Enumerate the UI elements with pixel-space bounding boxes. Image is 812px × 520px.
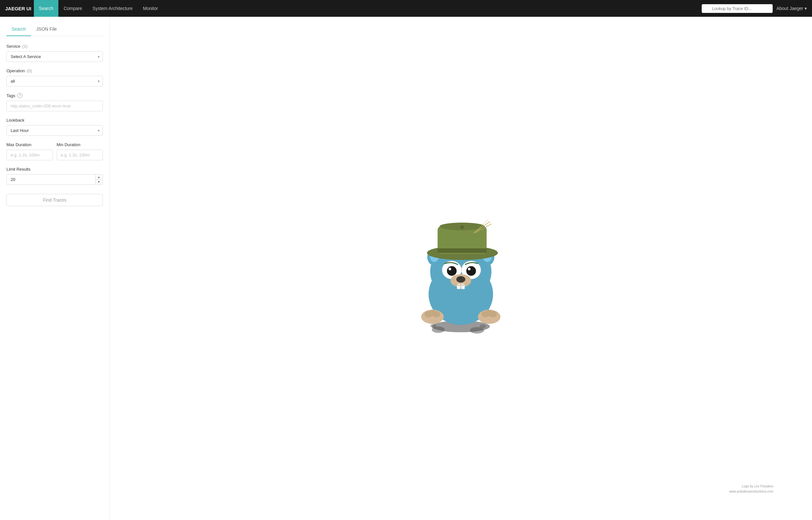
lookback-select[interactable]: Last Hour bbox=[6, 125, 103, 136]
nav-monitor[interactable]: Monitor bbox=[138, 0, 163, 17]
min-duration-input[interactable] bbox=[57, 150, 103, 160]
left-panel: Search JSON File Service (1) Select A Se… bbox=[0, 17, 110, 520]
svg-rect-38 bbox=[461, 284, 465, 289]
limit-decrement-button[interactable]: ▼ bbox=[96, 180, 102, 184]
trace-lookup-wrapper bbox=[702, 4, 773, 13]
limit-increment-button[interactable]: ▲ bbox=[96, 175, 102, 180]
svg-point-36 bbox=[459, 278, 461, 280]
logo-credit: Logo by Lev Polyakov www.polyakovproduct… bbox=[729, 484, 773, 494]
tab-search[interactable]: Search bbox=[6, 23, 31, 36]
tabs: Search JSON File bbox=[6, 23, 103, 36]
find-traces-button[interactable]: Find Traces bbox=[6, 194, 103, 206]
trace-lookup-input[interactable] bbox=[702, 4, 773, 13]
tags-label: Tags ? bbox=[6, 93, 103, 98]
service-select-wrapper: Select A Service ▾ bbox=[6, 51, 103, 62]
nav-items: Search Compare System Architecture Monit… bbox=[34, 0, 702, 17]
limit-input[interactable] bbox=[6, 174, 103, 185]
lookback-select-wrapper: Last Hour ▾ bbox=[6, 125, 103, 136]
operation-label: Operation (0) bbox=[6, 69, 103, 73]
svg-point-24 bbox=[460, 225, 464, 229]
max-duration-input[interactable] bbox=[6, 150, 53, 160]
svg-rect-23 bbox=[438, 249, 487, 253]
svg-point-14 bbox=[489, 311, 497, 317]
limit-group: Limit Results ▲ ▼ bbox=[6, 167, 103, 185]
mascot-container: Logo by Lev Polyakov www.polyakovproduct… bbox=[110, 17, 812, 520]
svg-rect-37 bbox=[457, 284, 460, 289]
service-label: Service (1) bbox=[6, 44, 103, 49]
limit-label: Limit Results bbox=[6, 167, 103, 172]
limit-input-wrapper: ▲ ▼ bbox=[6, 174, 103, 185]
min-duration-col: Min Duration bbox=[57, 142, 103, 160]
right-panel: Logo by Lev Polyakov www.polyakovproduct… bbox=[110, 17, 812, 520]
tab-json-file[interactable]: JSON File bbox=[31, 23, 62, 36]
svg-point-33 bbox=[468, 268, 470, 270]
about-jaeger-button[interactable]: About Jaeger ▾ bbox=[777, 6, 807, 11]
tags-input[interactable] bbox=[6, 101, 103, 111]
svg-point-2 bbox=[430, 324, 437, 328]
svg-point-32 bbox=[449, 268, 451, 270]
limit-stepper: ▲ ▼ bbox=[95, 175, 102, 184]
svg-point-4 bbox=[480, 324, 486, 329]
tags-help-icon[interactable]: ? bbox=[17, 93, 22, 98]
min-duration-label: Min Duration bbox=[57, 142, 103, 147]
svg-point-31 bbox=[466, 266, 476, 276]
nav-search[interactable]: Search bbox=[34, 0, 58, 17]
svg-point-10 bbox=[432, 311, 440, 317]
tags-group: Tags ? bbox=[6, 93, 103, 111]
service-group: Service (1) Select A Service ▾ bbox=[6, 44, 103, 62]
svg-point-6 bbox=[438, 301, 483, 320]
operation-select-wrapper: all ▾ bbox=[6, 76, 103, 86]
operation-group: Operation (0) all ▾ bbox=[6, 69, 103, 86]
nav-compare[interactable]: Compare bbox=[58, 0, 87, 17]
lookback-group: Lookback Last Hour ▾ bbox=[6, 118, 103, 136]
svg-point-30 bbox=[447, 266, 457, 276]
nav-right: About Jaeger ▾ bbox=[702, 4, 807, 13]
nav-system-architecture[interactable]: System Architecture bbox=[87, 0, 138, 17]
navbar: JAEGER UI Search Compare System Architec… bbox=[0, 0, 812, 17]
service-select[interactable]: Select A Service bbox=[6, 51, 103, 62]
main-content: Search JSON File Service (1) Select A Se… bbox=[0, 17, 812, 520]
max-duration-label: Max Duration bbox=[6, 142, 53, 147]
gopher-mascot bbox=[393, 201, 529, 336]
operation-select[interactable]: all bbox=[6, 76, 103, 86]
duration-group: Max Duration Min Duration bbox=[6, 142, 103, 160]
max-duration-col: Max Duration bbox=[6, 142, 53, 160]
brand-logo: JAEGER UI bbox=[5, 6, 31, 11]
lookback-label: Lookback bbox=[6, 118, 103, 123]
svg-point-35 bbox=[456, 276, 465, 283]
